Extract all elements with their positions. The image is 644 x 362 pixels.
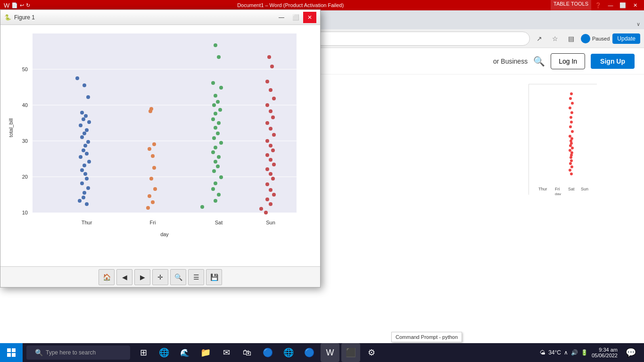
mail-icon[interactable]: ✉ bbox=[217, 343, 236, 362]
svg-text:40: 40 bbox=[22, 102, 28, 108]
svg-point-85 bbox=[217, 55, 221, 59]
svg-point-59 bbox=[85, 152, 89, 156]
save-tool-btn[interactable]: 💾 bbox=[206, 269, 222, 285]
taskview-btn[interactable]: ⊞ bbox=[134, 343, 153, 362]
svg-point-16 bbox=[569, 149, 571, 152]
svg-point-72 bbox=[75, 76, 79, 80]
chrome-icon[interactable]: 🔵 bbox=[258, 343, 277, 362]
svg-point-10 bbox=[569, 135, 571, 138]
svg-point-58 bbox=[82, 148, 85, 152]
svg-point-18 bbox=[570, 154, 573, 156]
figure-close-btn[interactable]: ✕ bbox=[303, 12, 316, 23]
svg-point-5 bbox=[570, 111, 573, 114]
svg-point-132 bbox=[269, 188, 272, 192]
svg-point-76 bbox=[151, 154, 155, 158]
notification-area-expand[interactable]: ∧ bbox=[564, 349, 568, 356]
svg-point-97 bbox=[212, 136, 216, 140]
svg-text:30: 30 bbox=[22, 138, 28, 144]
globe-icon[interactable]: 🌐 bbox=[155, 343, 173, 362]
svg-point-22 bbox=[570, 165, 573, 168]
figure-maximize-btn[interactable]: ⬜ bbox=[289, 12, 302, 23]
back-tool-btn[interactable]: ◀ bbox=[116, 269, 132, 285]
svg-point-21 bbox=[569, 162, 572, 165]
notification-btn[interactable]: 💬 bbox=[621, 343, 640, 362]
svg-point-126 bbox=[269, 158, 272, 162]
svg-text:Thur: Thur bbox=[82, 220, 92, 225]
svg-point-64 bbox=[83, 172, 87, 176]
login-btn[interactable]: Log In bbox=[551, 53, 585, 69]
svg-point-127 bbox=[272, 163, 276, 166]
svg-rect-30 bbox=[33, 33, 297, 213]
svg-text:10: 10 bbox=[22, 210, 28, 215]
svg-point-61 bbox=[87, 160, 91, 164]
svg-point-99 bbox=[214, 146, 217, 149]
small-chart-preview: Thur Fri Sat Sun day bbox=[528, 84, 597, 195]
word-table-tools: TABLE TOOLS bbox=[551, 0, 591, 10]
svg-point-104 bbox=[212, 169, 216, 173]
chrome2-icon[interactable]: 🔵 bbox=[300, 343, 319, 362]
svg-point-103 bbox=[216, 165, 220, 168]
svg-point-67 bbox=[86, 186, 90, 190]
word-maximize-btn[interactable]: ⬜ bbox=[618, 0, 628, 10]
figure-minimize-btn[interactable]: — bbox=[275, 12, 288, 23]
word-titlebar: W 📄 ↩ ↻ Document1 – Word (Product Activa… bbox=[0, 0, 644, 10]
word-icon[interactable]: W bbox=[321, 343, 339, 362]
pan-tool-btn[interactable]: ✛ bbox=[152, 269, 168, 285]
svg-point-128 bbox=[265, 167, 269, 171]
svg-rect-139 bbox=[12, 348, 16, 352]
word-title: Document1 – Word (Product Activation Fai… bbox=[237, 2, 344, 8]
svg-point-19 bbox=[570, 156, 572, 159]
forward-tool-btn[interactable]: ▶ bbox=[134, 269, 150, 285]
svg-point-102 bbox=[214, 160, 217, 164]
word-close-btn[interactable]: ✕ bbox=[630, 0, 640, 10]
tab-strip-menu[interactable]: ∨ bbox=[636, 21, 640, 27]
svg-point-108 bbox=[217, 193, 221, 197]
browser2-icon[interactable]: 🌐 bbox=[279, 343, 298, 362]
svg-point-79 bbox=[151, 200, 155, 204]
figure-title-area: 🐍 Figure 1 bbox=[4, 14, 35, 21]
figure-icon: 🐍 bbox=[4, 14, 11, 21]
svg-point-124 bbox=[271, 148, 275, 152]
home-tool-btn[interactable]: 🏠 bbox=[99, 269, 115, 285]
svg-point-123 bbox=[269, 144, 272, 148]
word-minimize-btn[interactable]: ❓ bbox=[593, 0, 603, 10]
share-icon[interactable]: ↗ bbox=[533, 32, 546, 45]
svg-point-56 bbox=[86, 140, 90, 144]
edge-icon[interactable]: 🌊 bbox=[175, 343, 194, 362]
signup-btn[interactable]: Sign Up bbox=[591, 54, 635, 69]
svg-point-2 bbox=[569, 97, 572, 100]
svg-point-8 bbox=[569, 125, 572, 128]
settings-tool-btn[interactable]: ☰ bbox=[188, 269, 204, 285]
svg-point-96 bbox=[216, 132, 220, 135]
reader-mode-icon[interactable]: ▤ bbox=[565, 32, 578, 45]
explorer-icon[interactable]: 📁 bbox=[196, 343, 215, 362]
svg-text:Sat: Sat bbox=[568, 187, 575, 191]
svg-point-47 bbox=[86, 95, 90, 99]
zoom-tool-btn[interactable]: 🔍 bbox=[170, 269, 186, 285]
taskbar-right: 🌤 34°C ∧ 🔊 🔋 9:34 am 05/06/2022 💬 bbox=[540, 343, 644, 362]
word-restore-btn[interactable]: — bbox=[605, 0, 616, 10]
svg-point-17 bbox=[570, 151, 573, 154]
extra-icon[interactable]: ⚙ bbox=[362, 343, 381, 362]
cmd-icon[interactable]: ⬛ bbox=[341, 343, 360, 362]
svg-point-121 bbox=[272, 133, 276, 137]
star-icon[interactable]: ☆ bbox=[549, 32, 562, 45]
svg-point-107 bbox=[211, 187, 215, 191]
taskbar-clock[interactable]: 9:34 am 05/06/2022 bbox=[592, 347, 618, 358]
search-btn[interactable]: 🔍 bbox=[533, 56, 545, 67]
svg-text:Sat: Sat bbox=[215, 220, 223, 225]
update-btn[interactable]: Update bbox=[612, 33, 640, 44]
battery-icon[interactable]: 🔋 bbox=[581, 349, 588, 356]
start-btn[interactable] bbox=[0, 343, 23, 362]
taskbar-search[interactable]: 🔍 Type here to search bbox=[26, 346, 130, 360]
profile-btn[interactable]: Paused bbox=[581, 34, 610, 43]
svg-point-52 bbox=[79, 123, 83, 127]
store-icon[interactable]: 🛍 bbox=[238, 343, 256, 362]
svg-point-125 bbox=[265, 153, 269, 157]
figure-titlebar: 🐍 Figure 1 — ⬜ ✕ bbox=[0, 10, 320, 25]
svg-point-60 bbox=[79, 155, 83, 159]
svg-point-46 bbox=[83, 83, 86, 87]
svg-point-69 bbox=[82, 196, 85, 199]
speaker-icon[interactable]: 🔊 bbox=[571, 349, 578, 356]
svg-point-65 bbox=[85, 177, 89, 181]
